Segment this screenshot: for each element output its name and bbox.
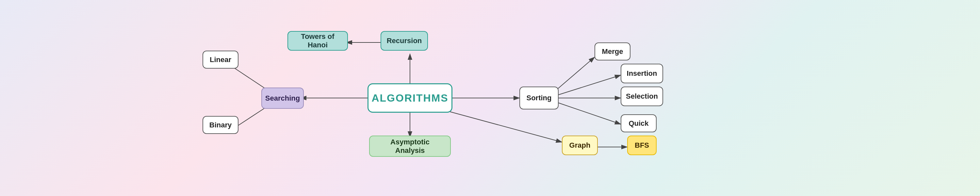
merge-node: Merge — [595, 43, 630, 61]
svg-line-13 — [447, 111, 562, 142]
bfs-node: BFS — [627, 135, 657, 155]
quick-node: Quick — [620, 114, 657, 132]
sorting-node: Sorting — [519, 86, 558, 110]
selection-node: Selection — [620, 86, 663, 106]
svg-line-10 — [558, 75, 620, 95]
towers-node: Towers of Hanoi — [288, 31, 348, 51]
algorithms-node: ALGORITHMS — [368, 83, 452, 113]
svg-line-12 — [558, 103, 620, 124]
recursion-node: Recursion — [380, 31, 428, 51]
linear-node: Linear — [202, 51, 239, 69]
arrows-svg — [0, 0, 980, 196]
searching-node: Searching — [261, 88, 304, 109]
asymptotic-node: Asymptotic Analysis — [369, 135, 451, 157]
svg-line-9 — [555, 57, 595, 91]
graph-node: Graph — [562, 135, 598, 155]
diagram-container: ALGORITHMS Searching Linear Binary Recur… — [0, 0, 980, 196]
insertion-node: Insertion — [620, 64, 663, 83]
binary-node: Binary — [202, 116, 239, 134]
